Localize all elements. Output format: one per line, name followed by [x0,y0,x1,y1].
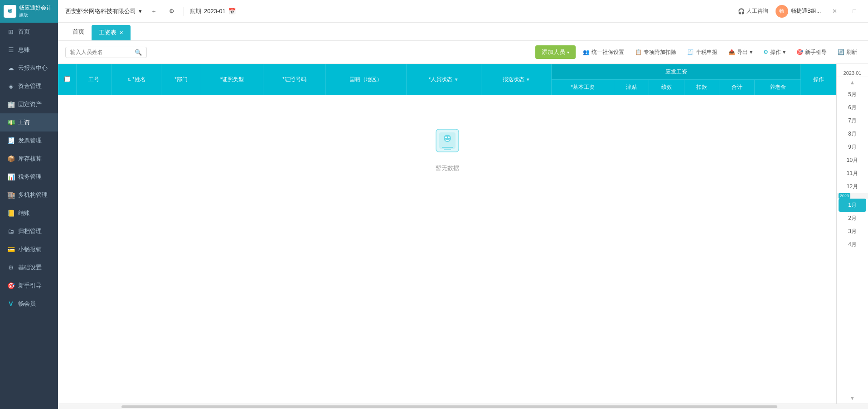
user-info[interactable]: 畅 畅捷通B组... [776,5,821,18]
month-item-12[interactable]: 12月 [837,180,868,193]
sidebar-item-home-label: 首页 [18,28,30,36]
col-id-num: *证照号码 [263,64,326,95]
company-name: 西安虾米网络科技有限公司 [65,7,136,15]
content-area: 🔍 添加人员 ▾ 👥 统一社保设置 📋 专项附加扣除 🧾 个税申报 [58,41,868,409]
refresh-button[interactable]: 🔄 刷新 [834,47,861,58]
col-group-salary: 应发工资 [552,64,801,80]
month-item-10[interactable]: 10月 [837,154,868,167]
sidebar-item-archive-label: 归档管理 [18,227,42,235]
close-window-button[interactable]: ✕ [828,5,841,18]
status-filter-icon[interactable]: ▼ [454,77,459,82]
month-item-7[interactable]: 7月 [837,114,868,127]
sidebar-item-invoice[interactable]: 🧾 发票管理 [0,131,58,150]
sidebar-item-inventory[interactable]: 📦 库存核算 [0,150,58,168]
horizontal-scrollbar[interactable] [121,405,777,408]
date-nav-up-button[interactable]: ▲ [847,77,858,88]
sidebar: 畅 畅应通好会计 旗版 ⊞ 首页 ☰ 总账 ☁ 云报表中心 ◈ 资金管理 🏢 固… [0,0,58,409]
sidebar-item-cloud-report-label: 云报表中心 [18,64,48,72]
month-list: 5月 6月 7月 8月 9月 10月 11月 12月 2023 1月 2月 3月… [837,88,868,393]
sidebar-item-settings-label: 基础设置 [18,263,42,272]
month-item-2[interactable]: 2月 [837,212,868,225]
sidebar-item-new-guide[interactable]: 🎯 新手引导 [0,277,58,295]
inventory-icon: 📦 [7,155,15,162]
new-guide-button[interactable]: 🎯 新手引导 [793,47,830,58]
tax-icon: 📊 [7,173,15,180]
export-label: 导出 [737,49,748,56]
sidebar-item-close-accounts[interactable]: 📒 结账 [0,204,58,222]
sidebar-item-settings[interactable]: ⚙ 基础设置 [0,258,58,277]
add-person-button[interactable]: 添加人员 ▾ [535,45,576,59]
col-id-type: *证照类型 [201,64,263,95]
salary-icon: 💵 [7,119,15,126]
month-item-3[interactable]: 3月 [837,225,868,238]
month-item-9[interactable]: 9月 [837,141,868,154]
sidebar-item-ledger[interactable]: ☰ 总账 [0,41,58,59]
sidebar-item-new-guide-label: 新手引导 [18,282,42,290]
sidebar-item-expense[interactable]: 💳 小畅报销 [0,240,58,258]
col-num: 工号 [77,64,112,95]
sidebar-item-archive[interactable]: 🗂 归档管理 [0,222,58,240]
month-item-8[interactable]: 8月 [837,127,868,141]
search-input[interactable] [70,49,132,55]
company-settings-button[interactable]: ⚙ [165,5,178,18]
sidebar-item-multi-org[interactable]: 🏬 多机构管理 [0,186,58,204]
new-guide-label: 新手引导 [805,49,827,56]
new-guide-icon: 🎯 [7,282,15,289]
sidebar-item-fixed-assets-label: 固定资产 [18,100,42,108]
tab-close-icon[interactable]: ✕ [119,30,123,36]
add-person-label: 添加人员 [542,48,565,56]
individual-tax-button[interactable]: 🧾 个税申报 [684,47,721,58]
export-button[interactable]: 📤 导出 ▾ [725,47,756,58]
col-base-salary: *基本工资 [552,80,614,95]
empty-icon [429,122,466,159]
sidebar-item-tax[interactable]: 📊 税务管理 [0,168,58,186]
month-item-1-active[interactable]: 1月 [839,199,866,212]
date-nav-down-button[interactable]: ▼ [847,393,858,404]
col-checkbox[interactable] [58,64,77,95]
sidebar-nav: ⊞ 首页 ☰ 总账 ☁ 云报表中心 ◈ 资金管理 🏢 固定资产 💵 工资 🧾 发… [0,23,58,409]
month-item-11[interactable]: 11月 [837,167,868,180]
toolbar-right: 添加人员 ▾ 👥 统一社保设置 📋 专项附加扣除 🧾 个税申报 📤 [535,45,861,59]
sidebar-item-fund[interactable]: ◈ 资金管理 [0,77,58,95]
sidebar-item-fixed-assets[interactable]: 🏢 固定资产 [0,95,58,113]
col-pension: 养老金 [754,80,801,95]
social-insurance-label: 统一社保设置 [592,49,624,56]
close-accounts-icon: 📒 [7,209,15,217]
period-label: 账期 [189,7,201,15]
operations-label: 操作 [770,49,781,56]
sidebar-item-vip[interactable]: V 畅会员 [0,295,58,313]
sort-icon: ⇅ [127,77,132,82]
fixed-assets-icon: 🏢 [7,101,15,108]
vip-icon: V [7,300,15,307]
sidebar-item-cloud-report[interactable]: ☁ 云报表中心 [0,59,58,77]
report-status-filter-icon[interactable]: ▼ [526,77,530,82]
home-icon: ⊞ [7,28,15,35]
add-person-arrow-icon: ▾ [567,50,569,55]
social-insurance-button[interactable]: 👥 统一社保设置 [579,47,628,58]
support-button[interactable]: 🎧 人工咨询 [738,7,768,15]
tab-salary[interactable]: 工资表 ✕ [92,25,131,40]
special-deduction-button[interactable]: 📋 专项附加扣除 [631,47,680,58]
header-divider [184,7,184,16]
special-deduction-label: 专项附加扣除 [644,49,676,56]
tab-salary-label: 工资表 [99,29,116,37]
empty-text: 暂无数据 [436,164,459,172]
col-performance: 绩效 [649,80,684,95]
month-item-6[interactable]: 6月 [837,101,868,114]
maximize-window-button[interactable]: □ [848,5,861,18]
date-panel: 2023.01 ▲ 5月 6月 7月 8月 9月 10月 11月 12月 202… [836,64,868,404]
add-company-button[interactable]: ＋ [147,5,160,18]
multi-org-icon: 🏬 [7,191,15,199]
company-selector[interactable]: 西安虾米网络科技有限公司 ▾ [65,7,142,15]
month-item-4[interactable]: 4月 [837,238,868,251]
sidebar-item-salary[interactable]: 💵 工资 [0,113,58,131]
sidebar-item-home[interactable]: ⊞ 首页 [0,23,58,41]
col-report-status: 报送状态 ▼ [481,64,551,95]
tab-home[interactable]: 首页 [65,24,92,40]
select-all-checkbox[interactable] [64,76,70,82]
sidebar-item-close-accounts-label: 结账 [18,209,30,217]
search-box[interactable]: 🔍 [65,47,147,58]
month-item-5[interactable]: 5月 [837,88,868,101]
calendar-icon[interactable]: 📅 [228,8,236,15]
operations-button[interactable]: ⚙ 操作 ▾ [760,47,789,58]
